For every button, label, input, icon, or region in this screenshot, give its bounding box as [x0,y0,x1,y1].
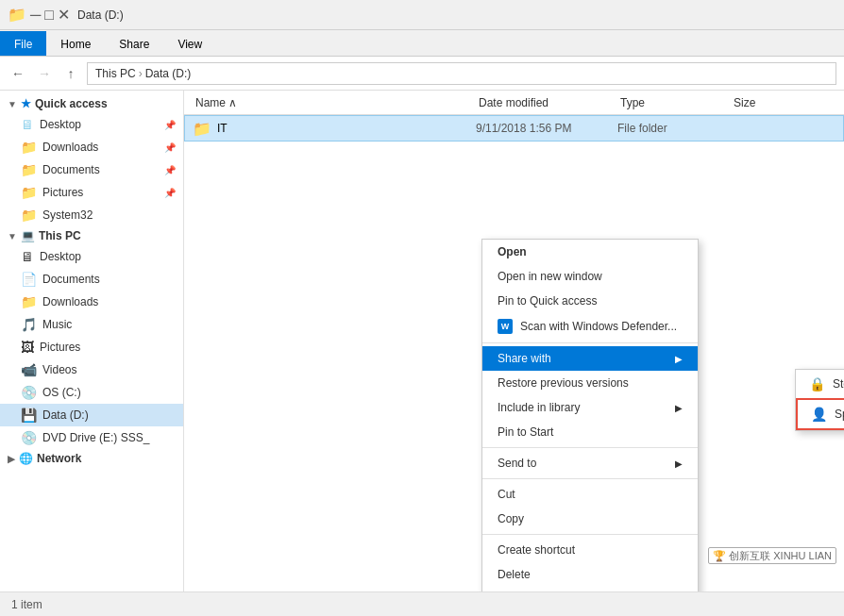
menu-item-scan-defender[interactable]: W Scan with Windows Defender... [482,313,698,340]
sidebar-item-downloads[interactable]: 📁 Downloads 📌 [0,136,183,158]
pin-icon: 📌 [164,165,176,175]
submenu-item-stop-sharing[interactable]: 🔒 Stop sharing [796,370,844,398]
menu-label: Include in library [498,401,580,414]
sidebar-item-system32[interactable]: 📁 System32 [0,204,183,226]
col-header-name[interactable]: Name ∧ [192,96,475,109]
path-drive: Data (D:) [145,67,192,80]
menu-item-share-with[interactable]: Share with ▶ [482,346,698,371]
submenu-arrow: ▶ [675,354,683,364]
sidebar-item-label: Downloads [42,141,98,154]
col-header-size[interactable]: Size [730,96,836,109]
people-icon: 👤 [811,407,827,422]
menu-item-create-shortcut[interactable]: Create shortcut [482,538,698,562]
app-icon: 📁 [8,6,26,24]
menu-label: Open in new window [498,270,602,283]
menu-label: Send to [498,457,536,470]
folder-icon: 🖥 [21,249,34,264]
context-menu: Open Open in new window Pin to Quick acc… [481,239,699,591]
watermark-icon: 🏆 创新互联 XINHU LIAN [708,547,836,564]
close-icon[interactable]: ✕ [58,6,70,24]
menu-item-open-new-window[interactable]: Open in new window [482,264,698,289]
separator [482,342,698,343]
sidebar-item-os-c[interactable]: 💿 OS (C:) [0,381,183,404]
quick-access-label: Quick access [35,97,108,110]
sidebar-item-pc-downloads[interactable]: 📁 Downloads [0,291,183,313]
sidebar-item-pc-documents[interactable]: 📄 Documents [0,268,183,291]
sidebar-item-label: Documents [42,163,100,176]
sidebar: ▼ ★ Quick access 🖥 Desktop 📌 📁 Downloads… [0,91,184,591]
file-date-it: 9/11/2018 1:56 PM [476,122,617,135]
menu-item-restore-versions[interactable]: Restore previous versions [482,371,698,395]
ribbon-tabs: File Home Share View [0,30,844,57]
sidebar-item-pc-pictures[interactable]: 🖼 Pictures [0,336,183,358]
minimize-icon[interactable]: ─ [30,7,41,24]
pin-icon: 📌 [164,188,176,198]
menu-label: Pin to Start [498,425,553,439]
up-button[interactable]: ↑ [60,63,81,84]
defender-icon: W [498,319,513,334]
folder-icon: 📹 [21,362,37,377]
sidebar-item-label: Music [42,318,72,331]
status-text: 1 item [11,598,42,611]
column-header-bar: Name ∧ Date modified Type Size [184,91,844,115]
menu-item-open[interactable]: Open [482,240,698,264]
menu-label: Delete [498,568,531,581]
menu-item-pin-start[interactable]: Pin to Start [482,420,698,444]
menu-item-copy[interactable]: Copy [482,507,698,531]
file-row-it[interactable]: 📁 IT 9/11/2018 1:56 PM File folder [184,115,844,142]
sidebar-section-network[interactable]: ▶ 🌐 Network [0,449,183,468]
menu-label: Cut [498,488,515,501]
drive-icon: 💿 [21,385,37,400]
expand-icon: ▶ [8,454,15,464]
tab-view[interactable]: View [163,31,216,56]
sidebar-item-pc-videos[interactable]: 📹 Videos [0,358,183,381]
folder-icon: 📁 [21,294,37,309]
menu-item-delete[interactable]: Delete [482,562,698,587]
col-header-date[interactable]: Date modified [475,96,616,109]
sidebar-item-label: Documents [42,273,100,286]
folder-icon: 📄 [21,272,37,287]
sidebar-item-label: System32 [42,208,93,222]
menu-item-cut[interactable]: Cut [482,482,698,507]
expand-icon: ▼ [8,99,17,109]
sidebar-item-desktop[interactable]: 🖥 Desktop 📌 [0,113,183,136]
sidebar-item-pc-music[interactable]: 🎵 Music [0,313,183,336]
separator [482,534,698,535]
address-bar: ← → ↑ This PC › Data (D:) [0,57,844,91]
menu-label: Restore previous versions [498,376,629,390]
menu-item-pin-quick[interactable]: Pin to Quick access [482,289,698,313]
sidebar-item-documents[interactable]: 📁 Documents 📌 [0,158,183,181]
maximize-icon[interactable]: □ [44,7,54,24]
title-bar-icons: 📁 ─ □ ✕ [8,6,70,24]
expand-icon: ▼ [8,231,17,241]
sidebar-section-this-pc[interactable]: ▼ 💻 This PC [0,226,183,245]
menu-item-rename[interactable]: Rename [482,587,698,591]
separator [482,447,698,448]
submenu-label: Stop sharing [833,377,844,391]
menu-item-send-to[interactable]: Send to ▶ [482,451,698,475]
tab-file[interactable]: File [0,31,46,56]
file-type-it: File folder [617,122,731,135]
status-bar: 1 item [0,591,844,616]
sidebar-item-data-d[interactable]: 💾 Data (D:) [0,404,183,426]
tab-share[interactable]: Share [105,31,163,56]
sidebar-item-label: Pictures [42,186,83,199]
title-bar: 📁 ─ □ ✕ Data (D:) [0,0,844,30]
col-header-type[interactable]: Type [616,96,730,109]
folder-icon: 📁 [21,140,37,155]
forward-button[interactable]: → [34,63,55,84]
sidebar-item-dvd-e[interactable]: 💿 DVD Drive (E:) SSS_ [0,426,183,449]
sidebar-item-label: Videos [42,363,76,376]
menu-label: Copy [498,512,524,525]
folder-icon: 📁 [21,162,37,177]
sidebar-item-pc-desktop[interactable]: 🖥 Desktop [0,245,183,268]
sidebar-item-pictures[interactable]: 📁 Pictures 📌 [0,181,183,204]
menu-item-include-library[interactable]: Include in library ▶ [482,395,698,420]
tab-home[interactable]: Home [46,31,105,56]
submenu-arrow: ▶ [675,458,683,469]
menu-label: Pin to Quick access [498,294,597,308]
address-path[interactable]: This PC › Data (D:) [87,62,836,85]
submenu-item-specific-people[interactable]: 👤 Specific people... [796,398,844,430]
back-button[interactable]: ← [8,63,28,84]
sidebar-section-quick-access[interactable]: ▼ ★ Quick access [0,94,183,113]
